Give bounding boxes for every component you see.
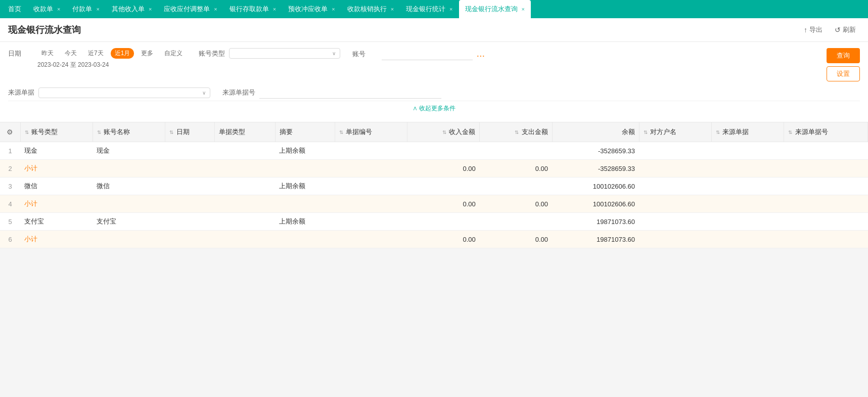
source-doc-filter: 来源单据 ∨ [8,87,210,98]
cell-source-doc [711,213,784,231]
nav-payment[interactable]: 付款单 × [66,0,105,18]
query-button[interactable]: 查询 [827,48,860,63]
cell-doc-no [335,213,407,231]
nav-home[interactable]: 首页 [2,0,27,18]
sort-income-icon[interactable]: ⇅ [442,129,446,135]
filter-area: 日期 昨天 今天 近7天 近1月 更多 自定义 2023-02-24 至 202… [0,42,868,122]
th-doc-type: 单据类型 [215,122,276,142]
nav-advance-collection[interactable]: 预收冲应收单 × [282,0,341,18]
date-yesterday[interactable]: 昨天 [37,48,58,59]
cell-doc-no [335,178,407,195]
account-type-filter: 账号类型 ∨ [199,48,340,59]
account-type-chevron: ∨ [332,51,336,56]
row-number: 4 [0,195,20,213]
close-bank-deposit-tab[interactable]: × [273,0,276,18]
close-adjustment-tab[interactable]: × [214,0,217,18]
nav-bank-flow[interactable]: 现金银行流水查询 × [459,0,531,18]
sort-account-type-icon[interactable]: ⇅ [25,129,29,135]
cell-date [165,195,215,213]
sort-expense-icon[interactable]: ⇅ [515,129,519,135]
source-doc-num-filter: 来源单据号 [222,86,441,99]
nav-bank-stats[interactable]: 现金银行统计 × [400,0,459,18]
account-type-label: 账号类型 [199,49,225,58]
cell-income [407,178,480,195]
account-input[interactable] [382,48,473,60]
nav-other-income[interactable]: 其他收入单 × [106,0,158,18]
table-container: ⚙ ⇅ 账号类型 ⇅ 账号名称 ⇅ 日期 单据类型 [0,122,868,248]
table-row[interactable]: 5 支付宝 支付宝 上期余额 19871073.60 [0,213,868,231]
cell-income: 0.00 [407,160,480,178]
cell-doc-no [335,195,407,213]
sort-date-icon[interactable]: ⇅ [169,129,173,135]
sort-counterparty-icon[interactable]: ⇅ [644,129,648,135]
collapse-button[interactable]: ∧ 收起更多条件 [8,101,860,116]
refresh-button[interactable]: ↺ 刷新 [831,23,860,36]
th-settings: ⚙ [0,122,20,142]
export-button[interactable]: ↑ 导出 [800,23,827,36]
cell-source-doc [711,178,784,195]
cell-doc-type [215,195,276,213]
cell-account-type: 小计 [20,231,93,248]
sort-source-doc-icon[interactable]: ⇅ [716,129,720,135]
table-row[interactable]: 6 小计 0.00 0.00 19871073.60 [0,231,868,248]
page-title: 现金银行流水查询 [8,24,81,36]
cell-account-name: 支付宝 [93,213,165,231]
th-income: ⇅ 收入金额 [407,122,480,142]
table-row[interactable]: 1 现金 现金 上期余额 -3528659.33 [0,142,868,160]
settings-button[interactable]: 设置 [827,66,860,81]
table-settings-icon[interactable]: ⚙ [7,128,13,136]
table-row[interactable]: 2 小计 0.00 0.00 -3528659.33 [0,160,868,178]
table-row[interactable]: 4 小计 0.00 0.00 100102606.60 [0,195,868,213]
date-more[interactable]: 更多 [137,48,157,59]
sort-source-doc-no-icon[interactable]: ⇅ [788,129,792,135]
cell-doc-no [335,142,407,160]
date-today[interactable]: 今天 [61,48,81,59]
cell-source-doc [711,195,784,213]
nav-collection-exec[interactable]: 收款核销执行 × [341,0,400,18]
source-doc-num-label: 来源单据号 [222,88,255,97]
close-advance-collection-tab[interactable]: × [332,0,335,18]
date-1month[interactable]: 近1月 [111,48,134,59]
cell-doc-type [215,160,276,178]
cell-expense [480,142,552,160]
sort-doc-no-icon[interactable]: ⇅ [339,129,343,135]
cell-date [165,178,215,195]
close-collection-exec-tab[interactable]: × [391,0,394,18]
cell-date [165,160,215,178]
table-scroll[interactable]: ⚙ ⇅ 账号类型 ⇅ 账号名称 ⇅ 日期 单据类型 [0,122,868,248]
cell-income: 0.00 [407,195,480,213]
nav-bank-deposit[interactable]: 银行存取款单 × [223,0,282,18]
source-doc-num-input[interactable] [259,86,441,99]
cell-balance: 19871073.60 [552,213,639,231]
close-payment-tab[interactable]: × [96,0,99,18]
cell-counterparty [639,178,711,195]
source-doc-select[interactable]: ∨ [38,87,210,98]
cell-counterparty [639,231,711,248]
th-summary: 摘要 [275,122,335,142]
th-source-doc-no: ⇅ 来源单据号 [784,122,868,142]
cell-source-doc [711,231,784,248]
nav-receipt[interactable]: 收款单 × [27,0,66,18]
cell-source-doc [711,142,784,160]
close-bank-flow-tab[interactable]: × [522,0,525,18]
close-other-income-tab[interactable]: × [149,0,152,18]
account-ellipsis-button[interactable]: ... [477,51,485,58]
cell-doc-type [215,142,276,160]
collapse-icon: ∧ [413,105,418,112]
nav-adjustment[interactable]: 应收应付调整单 × [158,0,223,18]
table-row[interactable]: 3 微信 微信 上期余额 100102606.60 [0,178,868,195]
account-type-select[interactable]: ∨ [229,48,340,59]
cell-balance: 100102606.60 [552,178,639,195]
cell-summary [275,195,335,213]
close-receipt-tab[interactable]: × [57,0,60,18]
cell-income: 0.00 [407,231,480,248]
cell-doc-type [215,213,276,231]
cell-date [165,142,215,160]
close-bank-stats-tab[interactable]: × [449,0,452,18]
cell-account-type: 现金 [20,142,93,160]
date-7days[interactable]: 近7天 [84,48,108,59]
cell-doc-no [335,160,407,178]
sort-account-name-icon[interactable]: ⇅ [97,129,101,135]
date-custom[interactable]: 自定义 [160,48,187,59]
th-doc-no: ⇅ 单据编号 [335,122,407,142]
